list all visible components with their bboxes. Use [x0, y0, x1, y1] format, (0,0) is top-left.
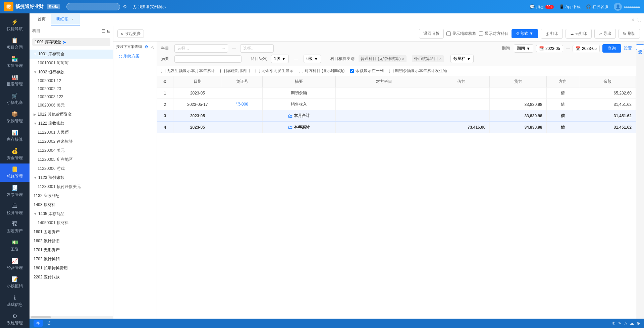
period-end-select[interactable]: 📅 2023-05: [573, 45, 600, 52]
cb-no-occurrence[interactable]: 无发生额显示本月本年累计: [161, 68, 215, 74]
cb-hide-disabled[interactable]: 隐藏禁用科目: [220, 68, 250, 74]
user-menu[interactable]: 👤 xxxxxxxx: [614, 3, 640, 11]
status-icon-2[interactable]: ✎: [618, 321, 622, 326]
no-occurrence-checkbox[interactable]: [161, 69, 165, 73]
cloud-print-btn[interactable]: ☁ 云打印: [566, 29, 592, 39]
tree-item-11220004[interactable]: 11220004 美元: [30, 146, 113, 155]
sidebar-item-wholesale[interactable]: 🏭 批发管理: [0, 71, 30, 90]
tree-item-1132[interactable]: 1132 应收利息: [30, 191, 113, 200]
sidebar-item-capital[interactable]: 💰 资金管理: [0, 145, 30, 163]
tree-item-1002[interactable]: ▼ 1002 银行存款: [30, 68, 113, 77]
opposite-checkbox[interactable]: [479, 31, 483, 36]
collapse-more-btn[interactable]: ∧ 收起更多: [117, 29, 144, 38]
tab-close-btn[interactable]: ×: [70, 17, 74, 21]
calc-tag-close-1[interactable]: ×: [402, 57, 404, 61]
tree-item-1405[interactable]: ▼ 1405 库存商品: [30, 209, 113, 218]
tree-item-11220005[interactable]: 11220005 所在地区: [30, 155, 113, 164]
query-settings-icon[interactable]: ⚙: [145, 45, 148, 49]
message-btn[interactable]: 💬 消息 99+: [530, 4, 554, 10]
collapse-icon[interactable]: ⊟: [107, 29, 110, 34]
tab-expand-icon[interactable]: ⛶: [637, 17, 641, 22]
quantity-select[interactable]: 数量栏 ▼: [450, 55, 474, 63]
tree-item-1702[interactable]: 1702 累计摊销: [30, 255, 113, 264]
sidebar-item-project-contract[interactable]: 📋 项目合同: [0, 35, 30, 53]
translate-btn[interactable]: 字: [34, 320, 43, 327]
aux-checkbox[interactable]: [446, 31, 451, 36]
summary-input[interactable]: [174, 55, 241, 63]
tree-item-10020001[interactable]: 10020001 12: [30, 77, 113, 85]
horizontal-scrollbar[interactable]: [30, 316, 113, 319]
cb-opposite-display[interactable]: 对方科目 (显示辅助项): [299, 68, 344, 74]
no-balance-checkbox[interactable]: [256, 69, 260, 73]
status-icon-4[interactable]: ☁: [630, 321, 634, 326]
voucher-link[interactable]: 记-006: [236, 102, 248, 107]
tab-detail-account[interactable]: 明细账 ×: [51, 14, 80, 25]
side-settings-btn[interactable]: 设置: [636, 44, 644, 50]
lang-toggle[interactable]: 英: [47, 321, 51, 326]
status-icon-3[interactable]: △: [624, 321, 627, 326]
sidebar-item-invoice[interactable]: 🧾 发票管理: [0, 182, 30, 200]
sidebar-item-payroll[interactable]: 💵 工资: [0, 237, 30, 255]
period-type-select[interactable]: 期间 ▼: [514, 44, 533, 53]
level-from-select[interactable]: 1级 ▼: [271, 55, 289, 63]
back-to-old-btn[interactable]: 退回旧版: [419, 29, 444, 39]
sidebar-item-general-ledger[interactable]: 📒 总账管理: [0, 163, 30, 182]
sidebar-item-sys-mgmt[interactable]: ⚙ 系统管理: [0, 310, 30, 328]
refresh-btn[interactable]: ↻ 刷新: [619, 29, 640, 39]
show-aux-check[interactable]: 显示辅助核算: [446, 31, 476, 37]
tree-item-11230001[interactable]: 11230001 预付账款美元: [30, 182, 113, 191]
tree-item-11220006[interactable]: 11220006 游戏: [30, 164, 113, 173]
cb-no-balance[interactable]: 无余额无发生显示: [256, 68, 293, 74]
period-start-select[interactable]: 📅 2023-05: [536, 45, 563, 52]
app-download-btn[interactable]: 📱 App下载: [559, 4, 581, 10]
tree-item-1801[interactable]: 1801 长期待摊费用: [30, 264, 113, 273]
status-icon-5[interactable]: ⊕: [637, 321, 640, 326]
hide-disabled-checkbox[interactable]: [220, 69, 225, 73]
level-to-select[interactable]: 6级 ▼: [304, 55, 321, 63]
tab-home[interactable]: 首页: [32, 14, 51, 25]
tree-item-14050001[interactable]: 14050001 原材料: [30, 218, 113, 227]
tree-item-1701[interactable]: 1701 无形资产: [30, 246, 113, 255]
sidebar-item-ecommerce[interactable]: 🛒 小畅电商: [0, 90, 30, 108]
tree-item-10020003[interactable]: 10020003 122: [30, 93, 113, 101]
tree-item-1602[interactable]: 1602 累计折旧: [30, 237, 113, 246]
sidebar-item-quick-nav[interactable]: ⚡ 快捷导航: [0, 16, 30, 35]
search-btn[interactable]: 查询: [602, 44, 621, 53]
online-service-btn[interactable]: 🎧 在线客服: [586, 4, 608, 10]
show-opposite-check[interactable]: 显示对方科目: [479, 31, 509, 37]
subject-input[interactable]: 选择... ···: [174, 44, 228, 53]
tree-item-11220002[interactable]: 11220002 往来标签: [30, 137, 113, 146]
tree-item-1012[interactable]: ▶ 1012 其他货币资金: [30, 110, 113, 119]
sidebar-item-operations[interactable]: 📈 经营管理: [0, 255, 30, 273]
list-view-icon[interactable]: ☰: [102, 29, 106, 34]
calc-tag-close-2[interactable]: ×: [439, 57, 442, 61]
demo-link[interactable]: ◎ 我要看实例演示: [132, 4, 166, 10]
tab-close-icon[interactable]: ✕: [631, 17, 635, 22]
sidebar-item-tax[interactable]: 🏛 税务管理: [0, 200, 30, 218]
tree-item-1001[interactable]: ▼ 1001 库存现金: [30, 50, 113, 59]
status-icon-1[interactable]: ⑦: [612, 321, 615, 326]
balance-inline-checkbox[interactable]: [350, 69, 354, 73]
sidebar-item-purchase[interactable]: 📦 采购管理: [0, 108, 30, 127]
settings-icon[interactable]: ⚙: [123, 4, 127, 9]
subject-end-input[interactable]: 选择... ···: [240, 44, 274, 53]
tree-item-1403[interactable]: 1403 原材料: [30, 200, 113, 209]
filter-settings-btn[interactable]: 设置: [624, 46, 632, 51]
tree-item-1123[interactable]: ▼ 1123 预付账款: [30, 173, 113, 182]
tree-item-11220001[interactable]: 11220001 人民币: [30, 128, 113, 137]
tree-item-1122[interactable]: ▼ 1122 应收账款: [30, 119, 113, 128]
tree-item-10010001[interactable]: 10010001 呵呵呵: [30, 59, 113, 68]
sidebar-item-retail[interactable]: 🏪 零售管理: [0, 53, 30, 71]
amount-format-btn[interactable]: 金额式 ▼: [512, 29, 538, 38]
tree-item-2202[interactable]: 2202 应付账款: [30, 273, 113, 282]
account-nav-arrow[interactable]: ➤: [62, 40, 66, 45]
query-collapse-icon[interactable]: ◁: [151, 45, 154, 49]
tree-item-10020006[interactable]: 10020006 美元: [30, 101, 113, 110]
export-btn[interactable]: ↗ 导出: [594, 29, 616, 39]
cb-balance-inline[interactable]: 余额显示在一列: [350, 68, 384, 74]
opposite-display-checkbox[interactable]: [299, 69, 303, 73]
cb-period-balance[interactable]: 期初余额显示本年累计发生额: [389, 68, 447, 74]
sidebar-item-basic-info[interactable]: ℹ 基础信息: [0, 292, 30, 310]
tree-item-1601[interactable]: 1601 固定资产: [30, 227, 113, 237]
sidebar-item-inventory[interactable]: 📊 库存核算: [0, 127, 30, 145]
